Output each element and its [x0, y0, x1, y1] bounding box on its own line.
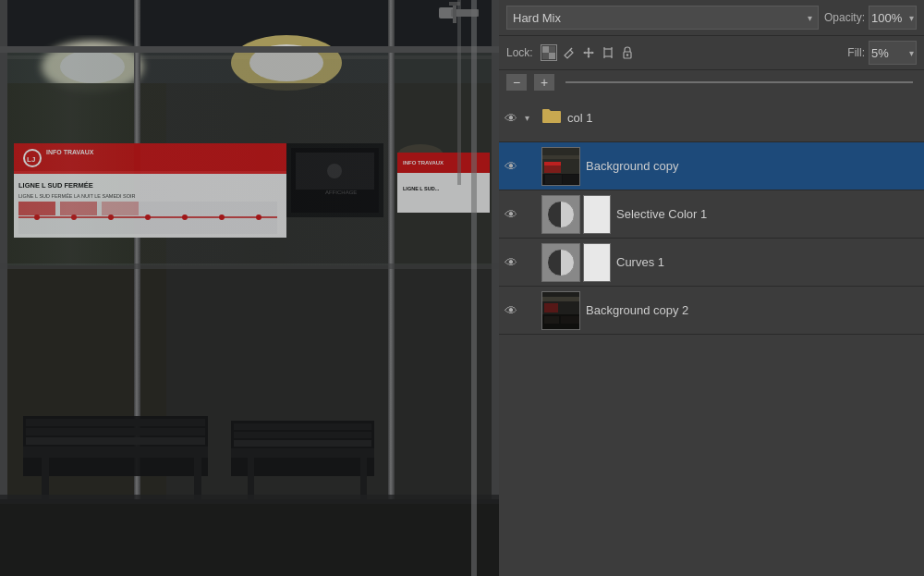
svg-rect-96 [542, 297, 580, 301]
lock-image-icon[interactable] [562, 45, 577, 60]
layer-mask-thumb [583, 195, 611, 234]
layer-name-selective-color: Selective Color 1 [616, 207, 918, 221]
svg-rect-100 [561, 316, 579, 324]
layer-name-col1: col 1 [567, 111, 918, 125]
svg-rect-99 [544, 316, 559, 324]
layer-item-col1[interactable]: 👁 ▾ col 1 [499, 94, 924, 142]
lock-icons-group [541, 44, 635, 61]
fill-input[interactable]: 5% ▾ [869, 41, 917, 65]
svg-rect-91 [544, 162, 561, 165]
layer-item-background-copy[interactable]: 👁 Background copy [499, 142, 924, 190]
layer-name-background-copy-2: Background copy 2 [586, 303, 918, 317]
divider-line [565, 81, 913, 83]
adjustment-layer-icon [541, 195, 580, 234]
layer-visibility-eye[interactable]: 👁 [505, 207, 519, 222]
adjustment-layer-icon [541, 243, 580, 282]
layer-visibility-eye[interactable]: 👁 [505, 303, 519, 318]
fill-value: 5% [871, 46, 889, 60]
opacity-dropdown-arrow: ▾ [909, 13, 914, 23]
group-expand-arrow[interactable]: ▾ [525, 113, 536, 123]
group-folder-icon [541, 107, 562, 129]
layer-name-background-copy: Background copy [586, 159, 918, 173]
blend-opacity-row: Hard Mix ▾ Opacity: 100% ▾ [499, 0, 924, 36]
layers-list: 👁 ▾ col 1 👁 [499, 94, 924, 576]
layer-item-curves[interactable]: 👁 Curves 1 [499, 239, 924, 287]
lock-label: Lock: [506, 46, 533, 59]
layer-mask-thumb [583, 243, 611, 282]
svg-rect-74 [7, 53, 134, 265]
layer-visibility-eye[interactable]: 👁 [505, 159, 519, 174]
layer-item-background-copy-2[interactable]: 👁 Background copy 2 [499, 287, 924, 335]
svg-line-80 [570, 48, 572, 50]
add-layer-button[interactable]: + [534, 74, 554, 91]
svg-rect-77 [549, 53, 555, 59]
layer-name-curves: Curves 1 [616, 255, 918, 269]
svg-rect-94 [563, 175, 579, 184]
blend-mode-arrow: ▾ [808, 13, 812, 23]
layer-visibility-eye[interactable]: 👁 [505, 255, 519, 270]
svg-rect-78 [549, 46, 555, 53]
lock-fill-row: Lock: [499, 36, 924, 70]
adjustment-icons [541, 243, 611, 282]
svg-rect-76 [542, 46, 549, 53]
lock-all-icon[interactable] [620, 45, 635, 60]
svg-point-87 [626, 54, 627, 55]
blend-mode-value: Hard Mix [513, 11, 561, 25]
opacity-group: Opacity: 100% ▾ [824, 6, 917, 30]
lock-artboard-icon[interactable] [601, 45, 615, 60]
fill-group: Fill: 5% ▾ [847, 41, 917, 65]
svg-rect-93 [545, 175, 562, 184]
blend-mode-dropdown[interactable]: Hard Mix ▾ [506, 6, 819, 30]
opacity-input[interactable]: 100% ▾ [869, 6, 917, 30]
layer-thumbnail-background-copy-2 [541, 291, 580, 330]
svg-rect-97 [544, 303, 558, 313]
opacity-label: Opacity: [824, 11, 865, 24]
layer-thumbnail-background-copy [541, 147, 580, 186]
fill-dropdown-arrow: ▾ [909, 48, 914, 58]
fill-label: Fill: [847, 46, 865, 59]
svg-rect-75 [140, 53, 388, 265]
svg-rect-79 [542, 53, 549, 59]
layer-controls-row: − + [499, 70, 924, 94]
canvas-photo-area: LJ INFO TRAVAUX LIGNE L SUD FERMÉE LIGNE… [0, 0, 499, 576]
delete-layer-button[interactable]: − [506, 74, 527, 91]
layer-visibility-eye[interactable]: 👁 [505, 111, 519, 126]
layers-panel: Hard Mix ▾ Opacity: 100% ▾ Lock: [499, 0, 924, 576]
adjustment-icons [541, 195, 611, 234]
lock-transparent-icon[interactable] [541, 44, 557, 61]
svg-rect-81 [604, 49, 612, 56]
opacity-value: 100% [871, 11, 902, 25]
layer-item-selective-color[interactable]: 👁 Selective Color 1 [499, 190, 924, 239]
svg-rect-89 [542, 155, 580, 159]
lock-position-icon[interactable] [581, 45, 596, 60]
